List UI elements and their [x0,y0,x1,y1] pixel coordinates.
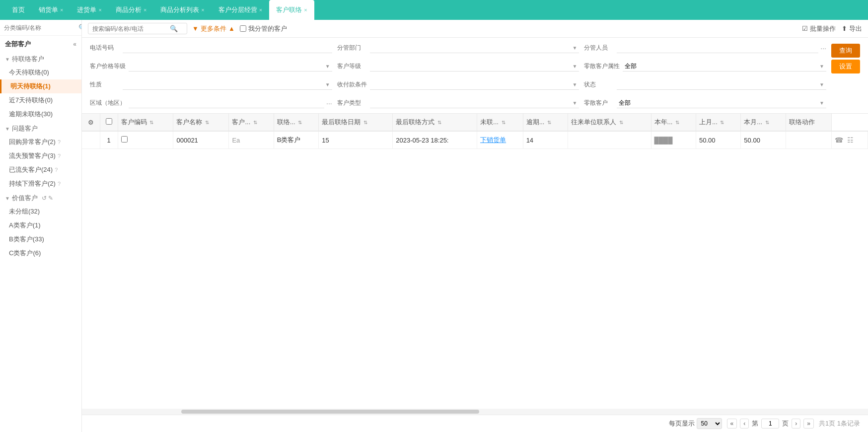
branch-dept-select-wrapper[interactable]: ▼ [370,43,579,53]
table-scroll-thumb[interactable] [181,410,479,414]
status-select[interactable] [617,79,826,89]
help-icon-repurchase[interactable]: ? [58,139,61,145]
sidebar-item-repurchase[interactable]: 回购异常客户(2) ? [0,135,81,149]
help-icon-churned[interactable]: ? [55,167,58,173]
nav-analysis[interactable]: 商品分析 × [109,0,153,20]
search-box[interactable]: 🔍 [88,23,187,34]
nav-sales-close[interactable]: × [60,7,63,13]
sidebar-item-tomorrow[interactable]: 明天待联络(1) [0,79,81,93]
retail-attr-select[interactable]: 全部 [623,61,826,71]
region-input[interactable] [129,98,324,108]
export-button[interactable]: ⬆ 导出 [842,24,862,33]
sidebar-item-c-class[interactable]: C类客户(6) [0,246,81,260]
payment-select[interactable] [370,79,579,89]
sidebar-item-7days[interactable]: 近7天待联络(0) [0,93,81,107]
my-customers-checkbox[interactable] [240,25,246,32]
th-last-month[interactable]: 上月... ⇅ [696,114,740,131]
nav-customer-contact[interactable]: 客户联络 × [269,0,314,20]
price-level-select-wrapper[interactable]: ▼ [129,61,332,72]
retail-customer-select[interactable]: 全部 [617,98,826,108]
sidebar-item-ungrouped[interactable]: 未分组(32) [0,205,81,218]
my-customers-checkbox-label[interactable]: 我分管的客户 [240,24,287,33]
customer-type-select-wrapper[interactable]: ▼ [370,98,579,108]
nav-sales[interactable]: 销货单 × [32,0,70,20]
prev-page-button[interactable]: ‹ [740,419,749,429]
nav-analysis-list[interactable]: 商品分析列表 × [153,0,211,20]
gender-select-wrapper[interactable]: ▼ [123,79,332,90]
page-input[interactable] [761,419,779,429]
payment-select-wrapper[interactable]: ▼ [370,79,579,90]
nav-customer-contact-close[interactable]: × [304,7,307,13]
th-code[interactable]: 客户编码 ⇅ [118,114,173,131]
row-checkbox[interactable] [121,136,128,143]
retail-attr-select-wrapper[interactable]: 全部 ▼ [623,61,826,72]
nav-analysis-list-close[interactable]: × [201,7,204,13]
branch-dept-select[interactable] [370,43,579,53]
sidebar-search-input[interactable] [4,24,78,31]
search-input[interactable] [92,25,167,32]
help-icon-declining[interactable]: ? [58,181,61,187]
customer-type-select[interactable] [370,98,579,108]
branch-person-dots[interactable]: ··· [820,44,826,52]
value-group-icons[interactable]: ↺ ✎ [42,195,53,202]
nav-purchase[interactable]: 进货单 × [70,0,108,20]
status-select-wrapper[interactable]: ▼ [617,79,826,90]
sidebar-item-declining[interactable]: 持续下滑客户(2) ? [0,177,81,191]
first-page-button[interactable]: « [727,419,737,429]
th-type[interactable]: 客户... ⇅ [229,114,274,131]
sidebar-group-value[interactable]: 价值客户 ↺ ✎ [0,191,81,205]
customer-level-select[interactable] [370,61,579,71]
phone-input[interactable] [123,43,332,53]
sidebar-item-churn-warning[interactable]: 流失预警客户(3) ? [0,149,81,163]
row-last-method[interactable]: 下销货单 [480,136,506,144]
sidebar-group-problem[interactable]: 问题客户 [0,121,81,135]
action-more-icon[interactable]: ☷ [847,136,854,144]
sidebar-item-a-class[interactable]: A类客户(1) [0,218,81,232]
toolbar-search-icon[interactable]: 🔍 [170,25,178,32]
last-page-button[interactable]: » [803,419,814,429]
th-last-method[interactable]: 最后联络方式 ⇅ [393,114,477,131]
action-contact-icon[interactable]: ☎ [835,136,843,144]
th-contact-count[interactable]: 联络... ⇅ [274,114,318,131]
nav-customer-tier-close[interactable]: × [259,7,262,13]
query-button[interactable]: 查询 [831,44,860,58]
table-scroll-bar[interactable] [82,409,868,415]
sidebar-item-churned[interactable]: 已流失客户(24) ? [0,163,81,177]
th-uncontacted[interactable]: 未联... ⇅ [477,114,523,131]
branch-person-input[interactable] [617,43,818,53]
collapse-icon[interactable]: « [73,41,76,48]
page-size-select[interactable]: 50 10 20 100 [697,418,722,429]
th-name[interactable]: 客户名称 ⇅ [173,114,229,131]
th-contact-person[interactable]: 往来单位联系人 ⇅ [568,114,651,131]
region-dots[interactable]: ··· [326,99,332,107]
customer-level-select-wrapper[interactable]: ▼ [370,61,579,72]
sidebar-all-customers[interactable]: 全部客户 « [0,36,81,52]
th-year-amount[interactable]: 本年... ⇅ [651,114,696,131]
sidebar-item-today[interactable]: 今天待联络(0) [0,66,81,79]
nav-analysis-close[interactable]: × [144,7,146,13]
gender-select[interactable] [123,79,332,89]
filter-button[interactable]: ▼ 更多条件 ▲ [192,24,235,33]
select-all-checkbox[interactable] [106,118,112,125]
sidebar-search-box[interactable]: 🔍 [0,20,81,36]
nav-purchase-close[interactable]: × [98,7,101,13]
row-checkbox-cell[interactable] [118,131,173,149]
th-settings[interactable]: ⚙ [82,114,100,131]
sidebar-group-pending[interactable]: 待联络客户 [0,52,81,66]
nav-home[interactable]: 首页 [5,0,32,20]
th-this-month[interactable]: 本月... ⇅ [741,114,786,131]
th-checkbox[interactable] [100,114,118,131]
next-page-button[interactable]: › [792,419,800,429]
help-icon-churn[interactable]: ? [58,153,61,159]
row-last-method-cell[interactable]: 下销货单 [477,131,523,149]
price-level-select[interactable] [129,61,332,71]
sidebar-search-icon[interactable]: 🔍 [78,24,82,31]
batch-button[interactable]: ☑ 批量操作 [802,24,836,33]
th-last-date[interactable]: 最后联络日期 ⇅ [319,114,393,131]
nav-customer-tier[interactable]: 客户分层经营 × [212,0,269,20]
sidebar-item-overdue[interactable]: 逾期未联络(30) [0,107,81,121]
sidebar-item-b-class[interactable]: B类客户(33) [0,232,81,246]
retail-customer-select-wrapper[interactable]: 全部 ▼ [617,98,826,108]
th-overdue[interactable]: 逾期... ⇅ [523,114,568,131]
settings-button[interactable]: 设置 [831,60,860,73]
